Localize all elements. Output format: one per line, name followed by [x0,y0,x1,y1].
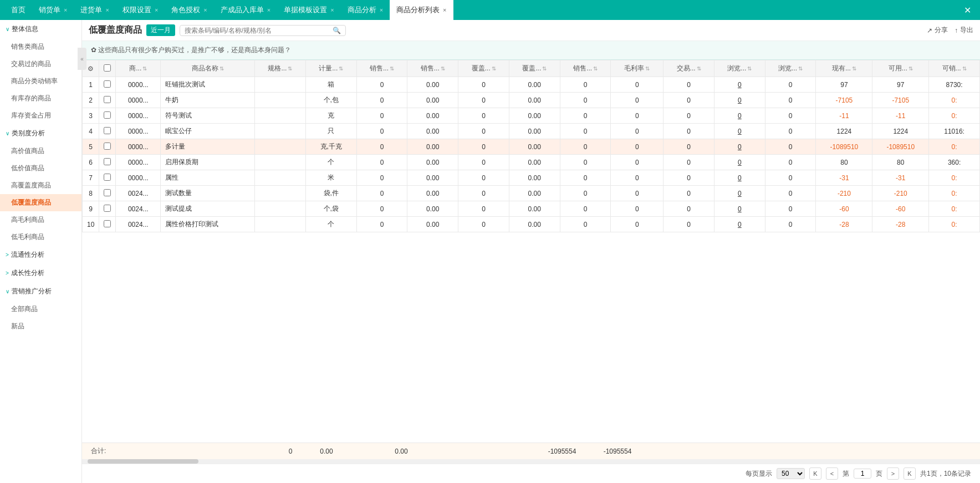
nav-permissions[interactable]: 权限设置 × [116,0,165,20]
select-all-checkbox[interactable] [104,64,111,72]
row-sellable: 360: [929,155,980,170]
search-box[interactable]: 🔍 [180,25,346,36]
row-browse1[interactable]: 0 [714,170,765,186]
row-checkbox[interactable] [99,108,116,124]
sidebar-collapse-button[interactable]: « [78,48,86,70]
col-current-stock[interactable]: 现有...⇅ [816,60,872,77]
next-page-button[interactable]: > [887,467,899,480]
sidebar-item-traded-goods[interactable]: 交易过的商品 [0,55,81,73]
nav-role-auth[interactable]: 角色授权 × [165,0,213,20]
nav-close-role[interactable]: × [203,7,207,13]
page-number-input[interactable] [854,469,871,479]
sidebar-item-stocked-goods[interactable]: 有库存的商品 [0,90,81,107]
sidebar-item-low-value[interactable]: 低价值商品 [0,160,81,177]
row-unit: 克,千克 [305,139,356,155]
nav-product-inbound[interactable]: 产成品入库单 × [214,0,277,20]
row-browse1[interactable]: 0 [714,77,765,93]
row-browse1[interactable]: 0 [714,186,765,201]
nav-purchase[interactable]: 进货单 × [74,0,115,20]
sidebar-item-new-goods[interactable]: 新品 [0,318,81,335]
row-checkbox[interactable] [99,93,116,108]
row-browse1[interactable]: 0 [714,201,765,217]
nav-product-analysis-list[interactable]: 商品分析列表 × [390,0,453,20]
col-sales3[interactable]: 销售...⇅ [560,60,611,77]
col-browse1[interactable]: 浏览...⇅ [714,60,765,77]
row-browse1[interactable]: 0 [714,93,765,108]
col-gross-margin[interactable]: 毛利率⇅ [611,60,663,77]
row-browse1[interactable]: 0 [714,217,765,232]
row-sellable: 0: [929,139,980,155]
table-row: 1 0000... 旺铺批次测试 箱 0 0.00 0 0.00 0 0 0 0… [83,77,980,93]
col-code[interactable]: 商...⇅ [116,60,161,77]
row-checkbox[interactable] [99,155,116,170]
sidebar-section-overall[interactable]: ∨ 整体信息 [0,20,81,38]
row-current-stock: -1089510 [816,139,872,155]
nav-sales-order[interactable]: 销货单 × [32,0,74,20]
col-sales-qty[interactable]: 销售...⇅ [356,60,407,77]
row-checkbox[interactable] [99,170,116,186]
nav-close-template[interactable]: × [330,7,334,13]
col-unit[interactable]: 计量...⇅ [305,60,356,77]
sidebar-item-stock-capital[interactable]: 库存资金占用 [0,107,81,124]
horizontal-scrollbar[interactable] [82,459,980,464]
sidebar-section-marketing[interactable]: ∨ 营销推广分析 [0,282,81,301]
col-cover2[interactable]: 覆盖...⇅ [509,60,560,77]
nav-close-product[interactable]: × [267,7,270,13]
last-page-button[interactable]: K [904,467,916,480]
sidebar-item-high-margin[interactable]: 高毛利商品 [0,211,81,228]
sidebar-item-high-value[interactable]: 高价值商品 [0,143,81,160]
col-cover1[interactable]: 覆盖...⇅ [458,60,509,77]
sidebar-item-high-coverage[interactable]: 高覆盖度商品 [0,177,81,194]
time-filter-button[interactable]: 近一月 [146,24,175,36]
share-button[interactable]: ↗ 分享 [927,26,948,35]
row-sales-amt: 0.00 [407,170,458,186]
nav-close-analysis[interactable]: × [380,7,383,13]
nav-close-purchase[interactable]: × [105,7,109,13]
row-browse1[interactable]: 0 [714,139,765,155]
col-browse2[interactable]: 浏览...⇅ [765,60,816,77]
col-spec[interactable]: 规格...⇅ [255,60,306,77]
scrollbar-thumb[interactable] [88,459,198,464]
export-button[interactable]: ↑ 导出 [955,26,973,35]
col-trade[interactable]: 交易...⇅ [663,60,714,77]
sidebar-item-sales-goods[interactable]: 销售类商品 [0,38,81,55]
prev-page-button[interactable]: < [826,467,838,480]
row-browse1[interactable]: 0 [714,124,765,139]
row-checkbox[interactable] [99,186,116,201]
row-no: 7 [83,170,99,186]
first-page-button[interactable]: K [809,467,821,480]
nav-close-analysis-list[interactable]: × [443,7,446,13]
row-name: 属性 [161,170,255,186]
col-available-stock[interactable]: 可用...⇅ [872,60,929,77]
row-code: 0024... [116,201,161,217]
col-checkbox[interactable] [99,60,116,77]
row-checkbox[interactable] [99,217,116,232]
col-sellable[interactable]: 可销...⇅ [929,60,980,77]
sidebar-section-category[interactable]: ∨ 类别度分析 [0,124,81,143]
search-input[interactable] [185,27,333,34]
nav-home[interactable]: 首页 [4,0,32,20]
per-page-select[interactable]: 50 20 100 200 [777,468,805,479]
sidebar-item-low-coverage[interactable]: 低覆盖度商品 [0,194,81,211]
sidebar-item-all-goods[interactable]: 全部商品 [0,301,81,318]
row-browse1[interactable]: 0 [714,108,765,124]
sidebar-section-liquidity[interactable]: > 流通性分析 [0,246,81,264]
col-sales-amt[interactable]: 销售...⇅ [407,60,458,77]
sidebar-item-low-margin[interactable]: 低毛利商品 [0,228,81,246]
row-browse1[interactable]: 0 [714,155,765,170]
nav-template[interactable]: 单据模板设置 × [277,0,340,20]
col-name[interactable]: 商品名称⇅ [161,60,255,77]
row-spec [255,139,306,155]
row-checkbox[interactable] [99,124,116,139]
nav-close-sales[interactable]: × [64,7,67,13]
sidebar-item-category-turnover[interactable]: 商品分类动销率 [0,73,81,90]
window-close-button[interactable]: ✕ [959,5,976,16]
sidebar-section-growth[interactable]: > 成长性分析 [0,264,81,282]
row-gross-margin: 0 [611,170,663,186]
nav-product-analysis[interactable]: 商品分析 × [341,0,390,20]
row-checkbox[interactable] [99,139,116,155]
nav-close-permissions[interactable]: × [155,7,158,13]
table-row: 4 0000... 眠宝公仔 只 0 0.00 0 0.00 0 0 0 0 0… [83,124,980,139]
row-checkbox[interactable] [99,77,116,93]
row-checkbox[interactable] [99,201,116,217]
